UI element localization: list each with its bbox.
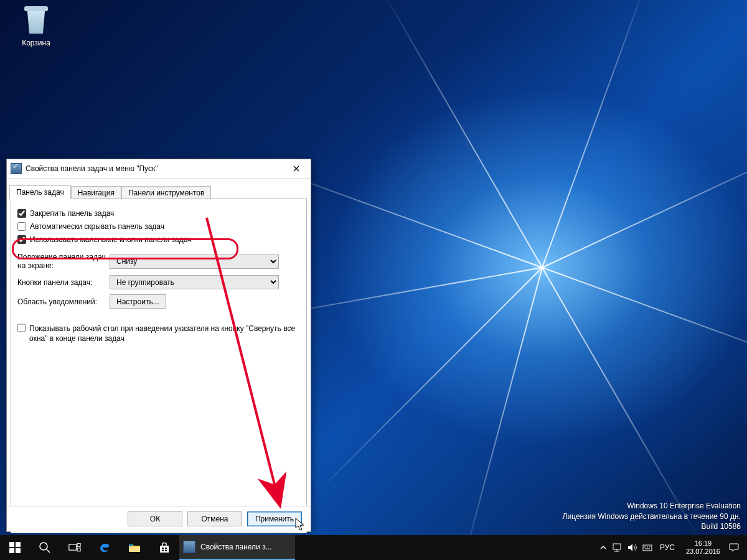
keyboard-icon — [642, 543, 652, 552]
svg-rect-10 — [129, 547, 140, 552]
file-explorer-button[interactable] — [120, 535, 149, 560]
autohide-checkbox[interactable]: Автоматически скрывать панель задач — [17, 222, 300, 231]
lock-taskbar-checkbox[interactable]: Закрепить панель задач — [17, 209, 300, 218]
network-icon — [613, 543, 622, 552]
small-buttons-label: Использовать маленькие кнопки панели зад… — [30, 235, 191, 244]
ok-button[interactable]: ОК — [128, 511, 182, 526]
buttons-label: Кнопки панели задач: — [17, 278, 110, 287]
svg-rect-1 — [9, 542, 14, 547]
autohide-input[interactable] — [17, 222, 26, 231]
tray-input-icon[interactable] — [640, 543, 655, 552]
svg-rect-14 — [162, 550, 164, 551]
tray-language[interactable]: РУС — [655, 543, 680, 552]
peek-desktop-checkbox[interactable]: Показывать рабочий стол при наведении ук… — [17, 324, 300, 343]
tray-clock[interactable]: 16:19 23.07.2016 — [680, 539, 726, 555]
close-button[interactable] — [282, 159, 311, 178]
svg-point-5 — [40, 543, 47, 550]
task-view-icon — [68, 541, 81, 554]
start-button[interactable] — [0, 535, 30, 560]
apply-button[interactable]: Применить — [247, 511, 302, 526]
position-label: Положение панели задач на экране: — [17, 253, 110, 270]
watermark-line1: Windows 10 Enterprise Evaluation — [563, 501, 741, 511]
svg-line-6 — [47, 549, 50, 553]
tab-navigation[interactable]: Навигация — [71, 186, 121, 199]
wallpaper-ray — [458, 268, 543, 560]
svg-rect-2 — [16, 542, 21, 547]
position-select[interactable]: Снизу — [110, 254, 279, 269]
svg-rect-4 — [16, 548, 21, 553]
folder-icon — [128, 541, 141, 554]
chevron-up-icon — [600, 545, 606, 550]
small-buttons-input[interactable] — [17, 235, 26, 244]
speaker-icon — [627, 543, 637, 552]
taskbar[interactable]: Свойства панели з... РУС 16:19 23.07.201… — [0, 535, 747, 560]
dialog-button-bar: ОК Отмена Применить — [7, 506, 311, 531]
system-tray: РУС 16:19 23.07.2016 — [596, 535, 747, 560]
wallpaper-ray — [542, 0, 654, 268]
wallpaper-ray — [380, 0, 543, 268]
tab-taskbar[interactable]: Панель задач — [9, 185, 71, 199]
cancel-button[interactable]: Отмена — [187, 511, 242, 526]
svg-rect-19 — [643, 545, 652, 551]
bin-icon — [22, 6, 50, 36]
taskbar-properties-dialog: Свойства панели задач и меню "Пуск" Пане… — [6, 159, 311, 532]
peek-desktop-label: Показывать рабочий стол при наведении ук… — [29, 324, 300, 343]
task-view-button[interactable] — [60, 535, 90, 560]
taskbar-app-label: Свойства панели з... — [200, 543, 272, 551]
watermark-line2: Лицензия Windows действительна в течение… — [563, 511, 741, 521]
svg-rect-7 — [69, 544, 77, 550]
svg-rect-11 — [129, 544, 133, 546]
buttons-select[interactable]: Не группировать — [110, 275, 279, 289]
lock-taskbar-label: Закрепить панель задач — [30, 209, 114, 218]
tab-toolbars[interactable]: Панели инструментов — [121, 186, 211, 199]
notify-area-label: Область уведомлений: — [17, 297, 110, 306]
customize-button[interactable]: Настроить... — [110, 294, 166, 309]
tray-volume-icon[interactable] — [625, 543, 640, 552]
dialog-title: Свойства панели задач и меню "Пуск" — [26, 164, 282, 173]
svg-rect-3 — [9, 548, 14, 553]
svg-rect-12 — [162, 548, 164, 549]
recycle-bin-label: Корзина — [22, 39, 50, 47]
taskbar-app-properties[interactable]: Свойства панели з... — [179, 535, 295, 560]
desktop[interactable]: Корзина Windows 10 Enterprise Evaluation… — [0, 0, 747, 535]
windows-watermark: Windows 10 Enterprise Evaluation Лицензи… — [563, 501, 741, 531]
tray-overflow-button[interactable] — [596, 543, 610, 552]
dialog-icon — [11, 163, 22, 174]
taskbar-app-icon — [183, 541, 195, 553]
recycle-bin-icon[interactable]: Корзина — [11, 6, 61, 47]
wallpaper-ray — [542, 267, 747, 379]
store-button[interactable] — [149, 535, 179, 560]
buttons-row: Кнопки панели задач: Не группировать — [17, 275, 300, 289]
tab-strip: Панель задач Навигация Панели инструмент… — [7, 179, 311, 198]
svg-rect-9 — [77, 548, 80, 551]
tab-panel-taskbar: Закрепить панель задач Автоматически скр… — [11, 198, 307, 533]
tray-network-icon[interactable] — [610, 543, 625, 552]
wallpaper-ray — [542, 130, 747, 268]
notification-icon — [729, 543, 739, 552]
svg-rect-16 — [613, 544, 621, 549]
svg-rect-15 — [165, 550, 167, 551]
autohide-label: Автоматически скрывать панель задач — [30, 222, 164, 231]
position-row: Положение панели задач на экране: Снизу — [17, 253, 300, 270]
edge-button[interactable] — [90, 535, 120, 560]
store-icon — [158, 541, 171, 554]
small-buttons-checkbox[interactable]: Использовать маленькие кнопки панели зад… — [17, 235, 300, 244]
search-button[interactable] — [30, 535, 60, 560]
svg-rect-13 — [165, 548, 167, 549]
close-icon — [293, 166, 299, 172]
tray-action-center[interactable] — [726, 543, 741, 552]
peek-desktop-input[interactable] — [17, 324, 26, 332]
watermark-line3: Build 10586 — [563, 521, 741, 531]
windows-logo-icon — [9, 541, 21, 554]
lock-taskbar-input[interactable] — [17, 209, 26, 218]
dialog-titlebar[interactable]: Свойства панели задач и меню "Пуск" — [7, 159, 311, 179]
svg-rect-8 — [77, 543, 80, 546]
tray-time: 16:19 — [686, 539, 720, 548]
edge-icon — [98, 541, 111, 554]
tray-date: 23.07.2016 — [686, 548, 720, 556]
notify-area-row: Область уведомлений: Настроить... — [17, 294, 300, 309]
search-icon — [39, 541, 51, 554]
